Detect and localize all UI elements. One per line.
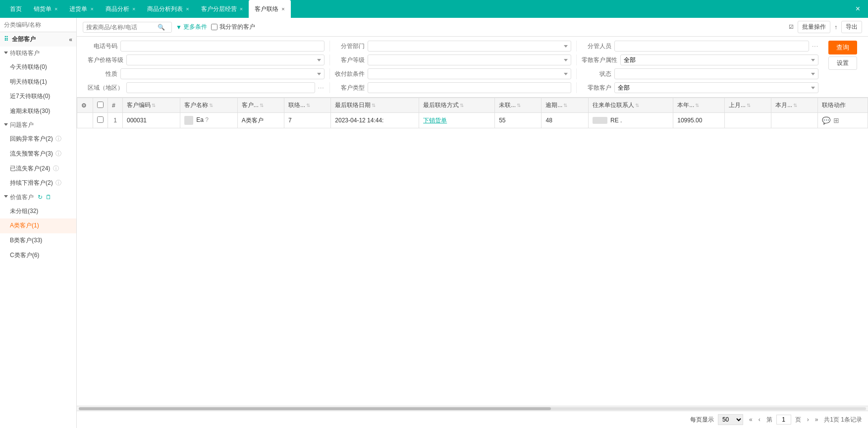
- per-page-select[interactable]: 50 100: [718, 414, 743, 425]
- last-method-link[interactable]: 下销货单: [423, 117, 447, 124]
- dept-select[interactable]: [368, 41, 572, 52]
- sidebar-item-repurchase-abnormal[interactable]: 回购异常客户(2) ⓘ: [0, 132, 76, 147]
- filter-cell-sparse: 零散客户 全部: [577, 82, 823, 93]
- sort-not-contacted-icon[interactable]: ⇅: [517, 103, 521, 108]
- sparse-select[interactable]: 全部: [614, 82, 818, 93]
- sort-date-icon[interactable]: ⇅: [372, 103, 376, 108]
- sort-name-icon[interactable]: ⇅: [209, 103, 213, 108]
- query-button[interactable]: 查询: [828, 41, 857, 54]
- all-customers-label: ⠿ 全部客户: [4, 35, 36, 44]
- chat-icon[interactable]: 💬: [822, 116, 830, 124]
- close-goods-analysis-icon[interactable]: ×: [132, 6, 135, 12]
- sidebar-item-churn-warning[interactable]: 流失预警客户(3) ⓘ: [0, 147, 76, 161]
- region-dots[interactable]: ···: [318, 84, 325, 91]
- sidebar-group-problem[interactable]: 问题客户: [0, 118, 76, 132]
- h-scrollbar[interactable]: [77, 406, 868, 411]
- my-customers-check[interactable]: [211, 24, 217, 30]
- sidebar-group-pending[interactable]: 待联络客户: [0, 47, 76, 60]
- sort-this-month-icon[interactable]: ⇅: [793, 103, 797, 108]
- close-all-icon[interactable]: ×: [852, 4, 864, 13]
- sidebar-item-declining[interactable]: 持续下滑客户(2) ⓘ: [0, 176, 76, 191]
- more-conditions-btn[interactable]: ▼ 更多条件: [176, 23, 207, 31]
- group-value-label: 价值客户: [10, 193, 34, 202]
- nature-select[interactable]: [120, 68, 325, 79]
- nav-tab-sales[interactable]: 销货单 ×: [28, 0, 63, 18]
- close-purchase-icon[interactable]: ×: [90, 6, 93, 12]
- nav-tab-goods-analysis[interactable]: 商品分析 ×: [100, 0, 141, 18]
- sidebar-item-overdue[interactable]: 逾期未联络(30): [0, 104, 76, 119]
- sidebar-item-7days[interactable]: 近7天待联络(0): [0, 89, 76, 104]
- filter-cell-cust-type: 客户类型: [330, 82, 577, 93]
- nav-tab-customer-contact[interactable]: 客户联络 ×: [249, 0, 290, 18]
- cust-grade-select[interactable]: [368, 54, 572, 65]
- td-actions: 💬 ⊞: [818, 113, 868, 128]
- filter-cell-sparse-attr: 零散客户属性 全部: [577, 54, 823, 65]
- close-goods-list-icon[interactable]: ×: [186, 6, 189, 12]
- main-layout: 🔍 ⠿ 全部客户 « 待联络客户 今天待联络(0) 明天待联络(1) 近7天待联…: [0, 18, 868, 428]
- sort-type-icon[interactable]: ⇅: [260, 103, 264, 108]
- payment-select[interactable]: [368, 68, 572, 79]
- sidebar-item-unclassified[interactable]: 未分组(32): [0, 204, 76, 219]
- th-liaison: 往来单位联系人 ⇅: [588, 98, 673, 113]
- settings-gear-icon[interactable]: ⚙: [81, 102, 87, 109]
- total-text: 共1页 1条记录: [824, 416, 862, 424]
- cust-type-input[interactable]: [368, 82, 572, 93]
- phone-input[interactable]: [120, 41, 325, 52]
- sales-label: 销货单: [34, 5, 52, 13]
- qr-icon[interactable]: ⊞: [833, 116, 839, 124]
- sort-liaison-icon[interactable]: ⇅: [635, 103, 639, 108]
- sort-method-icon[interactable]: ⇅: [460, 103, 464, 108]
- export-button[interactable]: 导出: [841, 21, 862, 33]
- person-dots[interactable]: ···: [812, 43, 818, 50]
- sort-last-month-icon[interactable]: ⇅: [747, 103, 751, 108]
- sidebar-item-churned[interactable]: 已流失客户(24) ⓘ: [0, 161, 76, 176]
- sidebar-group-value[interactable]: 价值客户 ↻ 🗒: [0, 191, 76, 204]
- sidebar-item-a-class[interactable]: A类客户(1): [0, 218, 76, 233]
- th-checkbox: [93, 98, 108, 113]
- filter-cell-region: 区域（地区） ···: [83, 82, 330, 93]
- sort-contacts-icon[interactable]: ⇅: [306, 103, 310, 108]
- th-row-num: #: [108, 98, 123, 113]
- page-input[interactable]: [776, 415, 791, 425]
- sort-year-icon[interactable]: ⇅: [695, 103, 699, 108]
- batch-ops-button[interactable]: 批量操作: [798, 21, 830, 33]
- last-page-btn[interactable]: »: [813, 416, 820, 424]
- region-input[interactable]: [126, 82, 315, 93]
- content-area: 🔍 ▼ 更多条件 我分管的客户 ☑ 批量操作 ↑ 导出: [77, 18, 868, 428]
- nav-tab-goods-list[interactable]: 商品分析列表 ×: [141, 0, 195, 18]
- sidebar-search-input[interactable]: [4, 21, 77, 28]
- prev-page-btn[interactable]: ‹: [757, 416, 762, 424]
- sidebar-all-customers[interactable]: ⠿ 全部客户 «: [0, 32, 76, 47]
- price-grade-select[interactable]: [126, 54, 325, 65]
- search-icon[interactable]: 🔍: [158, 24, 165, 31]
- export-icon: ↑: [834, 24, 837, 31]
- next-page-btn[interactable]: ›: [805, 416, 811, 424]
- nav-tab-home[interactable]: 首页: [4, 0, 28, 18]
- filter-cell-price-grade: 客户价格等级: [83, 54, 330, 65]
- sort-code-icon[interactable]: ⇅: [152, 103, 156, 108]
- person-input[interactable]: [614, 41, 809, 52]
- first-page-btn[interactable]: «: [747, 416, 755, 424]
- sidebar-item-tomorrow[interactable]: 明天待联络(1): [0, 75, 76, 90]
- settings-button[interactable]: 设置: [828, 56, 857, 70]
- close-customer-contact-icon[interactable]: ×: [281, 6, 284, 12]
- search-input[interactable]: [86, 24, 156, 31]
- sparse-attr-select[interactable]: 全部: [620, 54, 818, 65]
- nav-tab-purchase[interactable]: 进货单 ×: [63, 0, 99, 18]
- action-icons: 💬 ⊞: [822, 116, 864, 124]
- td-gear: [77, 113, 93, 128]
- filter-cell-payment: 收付款条件: [330, 68, 577, 79]
- sort-overdue-icon[interactable]: ⇅: [563, 103, 567, 108]
- filter-cell-nature: 性质: [83, 68, 330, 79]
- close-sales-icon[interactable]: ×: [54, 6, 57, 12]
- row-checkbox[interactable]: [97, 116, 104, 123]
- status-select[interactable]: [614, 68, 818, 79]
- sidebar-item-b-class[interactable]: B类客户(33): [0, 233, 76, 248]
- select-all-checkbox[interactable]: [97, 102, 104, 108]
- sidebar-item-today[interactable]: 今天待联络(0): [0, 60, 76, 75]
- sidebar-item-c-class[interactable]: C类客户(6): [0, 248, 76, 263]
- nav-tab-customer-mgmt[interactable]: 客户分层经营 ×: [195, 0, 249, 18]
- my-customers-checkbox[interactable]: 我分管的客户: [211, 23, 255, 31]
- td-num: 1: [108, 113, 123, 128]
- close-customer-mgmt-icon[interactable]: ×: [240, 6, 243, 12]
